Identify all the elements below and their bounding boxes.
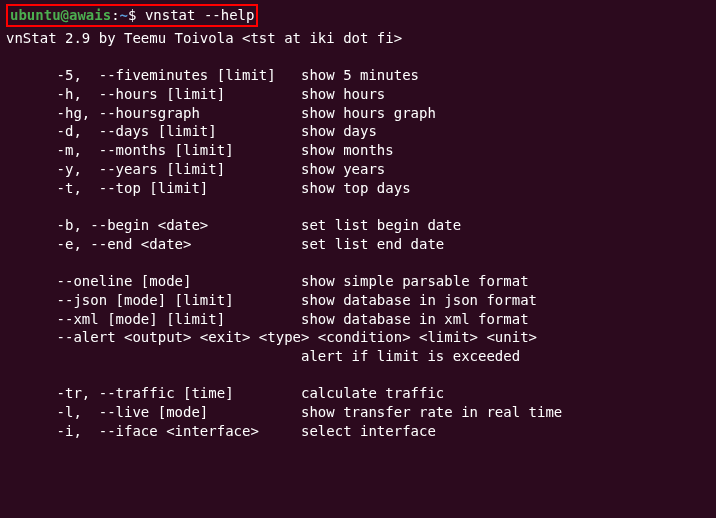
- option-group: -5, --fiveminutes [limit] show 5 minutes…: [6, 66, 710, 198]
- help-line: --json [mode] [limit] show database in j…: [6, 291, 710, 310]
- help-line: -hg, --hoursgraph show hours graph: [6, 104, 710, 123]
- help-line: -tr, --traffic [time] calculate traffic: [6, 384, 710, 403]
- prompt-highlight-box: ubuntu@awais:~$ vnstat --help: [6, 4, 258, 27]
- help-line: -m, --months [limit] show months: [6, 141, 710, 160]
- terminal[interactable]: ubuntu@awais:~$ vnstat --help vnStat 2.9…: [6, 4, 710, 441]
- prompt-user-host: ubuntu@awais: [10, 7, 111, 23]
- help-line: -i, --iface <interface> select interface: [6, 422, 710, 441]
- version-header: vnStat 2.9 by Teemu Toivola <tst at iki …: [6, 29, 710, 48]
- prompt-path: ~: [120, 7, 128, 23]
- help-line: alert if limit is exceeded: [6, 347, 710, 366]
- help-line: --xml [mode] [limit] show database in xm…: [6, 310, 710, 329]
- help-line: -d, --days [limit] show days: [6, 122, 710, 141]
- option-group: -b, --begin <date> set list begin date -…: [6, 216, 710, 254]
- command-text: vnstat --help: [145, 7, 255, 23]
- help-line: -y, --years [limit] show years: [6, 160, 710, 179]
- help-line: -e, --end <date> set list end date: [6, 235, 710, 254]
- option-group: --oneline [mode] show simple parsable fo…: [6, 272, 710, 366]
- help-line: --oneline [mode] show simple parsable fo…: [6, 272, 710, 291]
- help-line: -l, --live [mode] show transfer rate in …: [6, 403, 710, 422]
- help-line: -b, --begin <date> set list begin date: [6, 216, 710, 235]
- option-group: -tr, --traffic [time] calculate traffic …: [6, 384, 710, 441]
- help-line: -t, --top [limit] show top days: [6, 179, 710, 198]
- prompt-colon: :: [111, 7, 119, 23]
- help-line: -5, --fiveminutes [limit] show 5 minutes: [6, 66, 710, 85]
- help-line: --alert <output> <exit> <type> <conditio…: [6, 328, 710, 347]
- help-line: -h, --hours [limit] show hours: [6, 85, 710, 104]
